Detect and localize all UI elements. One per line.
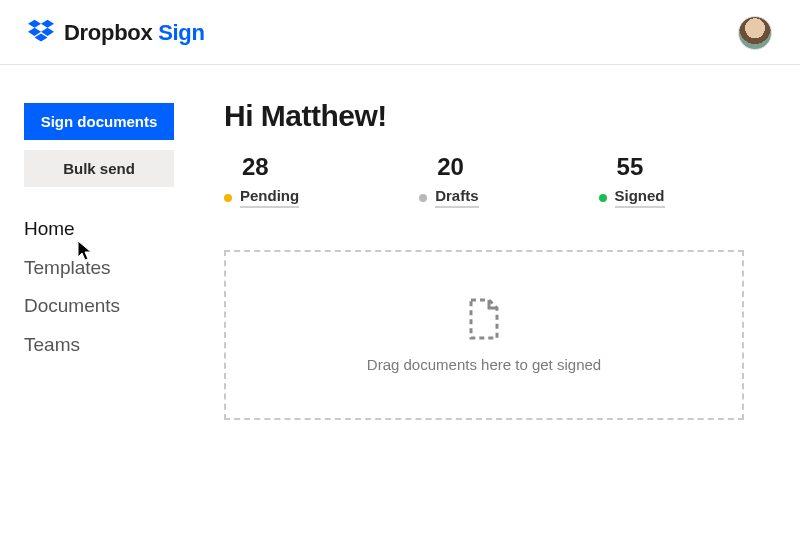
document-icon	[467, 298, 501, 340]
sign-documents-button[interactable]: Sign documents	[24, 103, 174, 140]
avatar[interactable]	[738, 16, 772, 50]
svg-marker-3	[41, 28, 54, 36]
brand[interactable]: Dropbox Sign	[28, 19, 205, 47]
header: Dropbox Sign	[0, 0, 800, 65]
bulk-send-button[interactable]: Bulk send	[24, 150, 174, 187]
dropbox-logo-icon	[28, 19, 54, 47]
stat-value: 20	[437, 153, 464, 181]
dropzone-text: Drag documents here to get signed	[367, 356, 601, 373]
dropzone[interactable]: Drag documents here to get signed	[224, 250, 744, 420]
status-dot-icon	[599, 194, 607, 202]
svg-marker-4	[35, 33, 48, 41]
stat-value: 28	[242, 153, 269, 181]
stat-drafts[interactable]: 20 Drafts	[419, 153, 478, 208]
sidebar: Sign documents Bulk send Home Templates …	[0, 65, 198, 531]
svg-marker-0	[28, 20, 41, 28]
brand-name: Dropbox Sign	[64, 20, 205, 46]
status-dot-icon	[419, 194, 427, 202]
main-content: Hi Matthew! 28 Pending 20 Drafts 55	[198, 65, 800, 531]
sidebar-item-teams[interactable]: Teams	[24, 331, 198, 360]
svg-marker-1	[41, 20, 54, 28]
sidebar-item-home[interactable]: Home	[24, 215, 198, 244]
stat-label: Drafts	[435, 187, 478, 208]
svg-marker-2	[28, 28, 41, 36]
status-dot-icon	[224, 194, 232, 202]
stat-value: 55	[617, 153, 644, 181]
sidebar-item-documents[interactable]: Documents	[24, 292, 198, 321]
stat-signed[interactable]: 55 Signed	[599, 153, 665, 208]
sidebar-item-templates[interactable]: Templates	[24, 254, 198, 283]
stat-label: Signed	[615, 187, 665, 208]
stat-label: Pending	[240, 187, 299, 208]
sidebar-nav: Home Templates Documents Teams	[24, 215, 198, 359]
stat-pending[interactable]: 28 Pending	[224, 153, 299, 208]
stats-row: 28 Pending 20 Drafts 55 Signed	[224, 153, 760, 208]
page-title: Hi Matthew!	[224, 99, 760, 133]
